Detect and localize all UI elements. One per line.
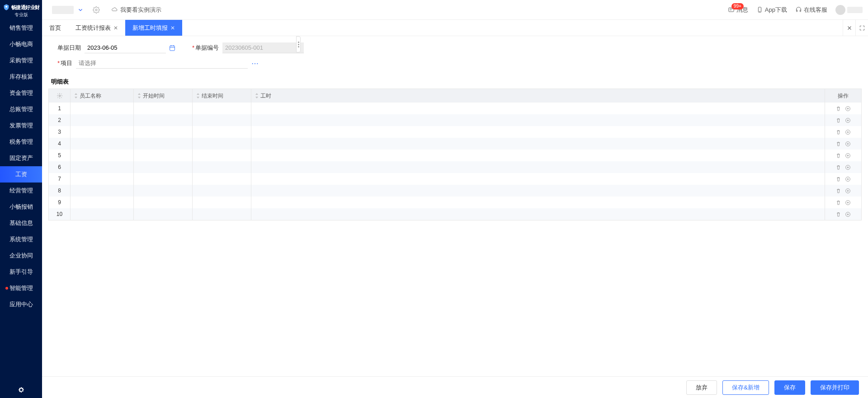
cell-start-time[interactable]: [134, 138, 193, 150]
sidebar-item[interactable]: 应用中心: [0, 296, 42, 313]
sidebar-item[interactable]: 资金管理: [0, 85, 42, 101]
sidebar-item[interactable]: 采购管理: [0, 52, 42, 69]
cell-employee[interactable]: [71, 150, 134, 161]
sidebar-item[interactable]: 企业协同: [0, 248, 42, 264]
col-end-time[interactable]: 结束时间: [193, 89, 251, 103]
cell-end-time[interactable]: [193, 208, 251, 220]
tab[interactable]: 工资统计报表✕: [68, 20, 125, 36]
col-settings[interactable]: [49, 89, 71, 103]
col-employee[interactable]: 员工名称: [71, 89, 134, 103]
sidebar-item[interactable]: 小畅电商: [0, 36, 42, 52]
table-row[interactable]: 8: [49, 185, 861, 197]
cell-hours[interactable]: [251, 185, 825, 197]
cell-end-time[interactable]: [193, 126, 251, 138]
table-row[interactable]: 5: [49, 150, 861, 161]
sidebar-item[interactable]: 工资: [0, 166, 42, 183]
delete-icon[interactable]: [835, 164, 841, 170]
table-row[interactable]: 2: [49, 114, 861, 126]
cell-end-time[interactable]: [193, 197, 251, 208]
cell-start-time[interactable]: [134, 126, 193, 138]
cell-employee[interactable]: [71, 197, 134, 208]
sidebar-item[interactable]: 销售管理: [0, 20, 42, 36]
cell-start-time[interactable]: [134, 114, 193, 126]
col-start-time[interactable]: 开始时间: [134, 89, 193, 103]
sidebar-item[interactable]: 小畅报销: [0, 199, 42, 215]
cell-hours[interactable]: [251, 150, 825, 161]
table-row[interactable]: 9: [49, 197, 861, 208]
add-row-icon[interactable]: [845, 176, 851, 182]
sidebar-item[interactable]: 系统管理: [0, 231, 42, 248]
cell-employee[interactable]: [71, 185, 134, 197]
cell-employee[interactable]: [71, 173, 134, 185]
date-input[interactable]: [85, 42, 166, 53]
user-menu[interactable]: [835, 5, 863, 15]
sidebar-item[interactable]: 发票管理: [0, 117, 42, 134]
sidebar-item[interactable]: 库存核算: [0, 69, 42, 85]
delete-icon[interactable]: [835, 129, 841, 135]
cell-start-time[interactable]: [134, 208, 193, 220]
project-lookup-button[interactable]: ⋯: [251, 59, 259, 68]
table-row[interactable]: 6: [49, 161, 861, 173]
save-button[interactable]: 保存: [774, 380, 805, 395]
delete-icon[interactable]: [835, 188, 841, 194]
save-and-new-button[interactable]: 保存&新增: [722, 380, 769, 395]
tab-close-icon[interactable]: ✕: [170, 25, 175, 31]
tab[interactable]: 新增工时填报✕: [125, 20, 182, 36]
cell-end-time[interactable]: [193, 173, 251, 185]
cell-employee[interactable]: [71, 126, 134, 138]
cell-end-time[interactable]: [193, 138, 251, 150]
sidebar-item[interactable]: 新手引导: [0, 264, 42, 280]
fullscreen-button[interactable]: [855, 20, 868, 36]
add-row-icon[interactable]: [845, 141, 851, 147]
cell-end-time[interactable]: [193, 114, 251, 126]
sidebar-item[interactable]: 总账管理: [0, 101, 42, 117]
cell-hours[interactable]: [251, 114, 825, 126]
add-row-icon[interactable]: [845, 188, 851, 194]
settings-icon[interactable]: [93, 6, 100, 14]
cell-start-time[interactable]: [134, 197, 193, 208]
cell-employee[interactable]: [71, 161, 134, 173]
cell-employee[interactable]: [71, 103, 134, 114]
tab-close-icon[interactable]: ✕: [113, 25, 118, 31]
cell-hours[interactable]: [251, 173, 825, 185]
cell-employee[interactable]: [71, 114, 134, 126]
cell-hours[interactable]: [251, 103, 825, 114]
cell-hours[interactable]: [251, 138, 825, 150]
sidebar-item[interactable]: 税务管理: [0, 134, 42, 150]
cell-employee[interactable]: [71, 138, 134, 150]
app-download-button[interactable]: App下载: [756, 6, 787, 14]
cell-hours[interactable]: [251, 208, 825, 220]
delete-icon[interactable]: [835, 141, 841, 147]
demo-link[interactable]: 我要看实例演示: [111, 6, 161, 14]
cell-start-time[interactable]: [134, 173, 193, 185]
project-input[interactable]: [76, 58, 248, 69]
table-row[interactable]: 10: [49, 208, 861, 220]
online-service-button[interactable]: 在线客服: [795, 6, 827, 14]
sidebar-item[interactable]: 智能管理: [0, 280, 42, 296]
sidebar-item[interactable]: 固定资产: [0, 150, 42, 166]
cell-start-time[interactable]: [134, 161, 193, 173]
table-row[interactable]: 7: [49, 173, 861, 185]
cell-end-time[interactable]: [193, 185, 251, 197]
sidebar-item[interactable]: 基础信息: [0, 215, 42, 231]
delete-icon[interactable]: [835, 117, 841, 123]
panel-collapse-handle[interactable]: [296, 36, 301, 52]
calendar-icon[interactable]: [169, 44, 176, 52]
add-row-icon[interactable]: [845, 117, 851, 123]
cell-start-time[interactable]: [134, 185, 193, 197]
add-row-icon[interactable]: [845, 200, 851, 206]
company-selector[interactable]: [47, 5, 88, 15]
discard-button[interactable]: 放弃: [686, 380, 717, 395]
delete-icon[interactable]: [835, 211, 841, 217]
messages-button[interactable]: 99+ 消息: [728, 6, 748, 14]
cell-hours[interactable]: [251, 126, 825, 138]
delete-icon[interactable]: [835, 153, 841, 159]
table-row[interactable]: 4: [49, 138, 861, 150]
tab[interactable]: 首页: [42, 20, 68, 36]
add-row-icon[interactable]: [845, 129, 851, 135]
save-and-print-button[interactable]: 保存并打印: [811, 380, 859, 395]
sidebar-item[interactable]: 经营管理: [0, 183, 42, 199]
col-hours[interactable]: 工时: [251, 89, 825, 103]
cell-hours[interactable]: [251, 161, 825, 173]
delete-icon[interactable]: [835, 106, 841, 112]
